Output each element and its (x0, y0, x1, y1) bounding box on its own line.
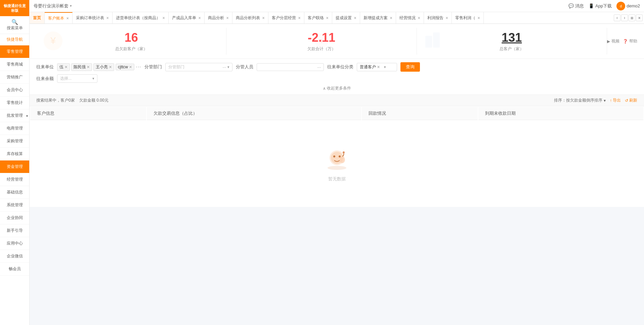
staff-more-icon: ··· (317, 65, 321, 70)
sidebar-item-retail-stats[interactable]: 零售统计 (0, 97, 29, 109)
user-profile[interactable]: d demo2 (616, 2, 640, 10)
sidebar-item-member[interactable]: 会员中心 (0, 84, 29, 97)
filter-more-btn[interactable]: ··· (136, 64, 141, 70)
tab-close-icon[interactable]: ✕ (445, 16, 448, 20)
tab-production-entry[interactable]: 产成品入库单 ✕ (169, 12, 205, 24)
tab-close-icon[interactable]: ✕ (390, 16, 392, 20)
sidebar-retailmall-label: 零售商城 (2, 62, 27, 67)
query-button[interactable]: 查询 (400, 62, 420, 72)
refresh-btn[interactable]: ↺ 刷新 (625, 98, 637, 103)
stat-icon-2: ✦ (311, 31, 332, 52)
tag-close-chen[interactable]: ✕ (87, 65, 90, 69)
unit-class-close[interactable]: ✕ (377, 65, 380, 69)
tab-close-icon[interactable]: ✕ (226, 16, 229, 20)
sidebar-system-label: 系统管理 (2, 202, 27, 208)
sidebar-item-wholesale[interactable]: 批发管理 (0, 109, 29, 122)
filter-tag-wang[interactable]: 王小亮 ✕ (93, 63, 114, 71)
collapse-label: 收起更多条件 (327, 85, 351, 91)
unit-class-selector[interactable]: 普通客户 ✕ ▾ (357, 63, 397, 71)
dept-selector[interactable]: 分管部门 ··· ▾ (165, 63, 232, 71)
tab-operations-label: 经营情况 (399, 15, 416, 21)
tab-new-achievement[interactable]: 新增提成方案 ✕ (360, 12, 396, 24)
sidebar-item-wechat[interactable]: 企业微信 (0, 250, 29, 263)
tab-expand-btn[interactable]: ⊞ (629, 14, 635, 21)
sidebar-enterprise-label: 企业协同 (2, 215, 27, 221)
tab-product-analysis-list[interactable]: 商品分析列表 ✕ (232, 12, 268, 24)
export-btn[interactable]: ↑ 导出 (610, 98, 621, 103)
tab-close-icon[interactable]: ✕ (262, 16, 265, 20)
store-selector[interactable]: 母婴行业演示帐套 ▾ (34, 3, 72, 9)
sidebar-item-ecommerce[interactable]: 电商管理 (0, 122, 29, 135)
sidebar-operations-label: 经营管理 (2, 177, 27, 182)
messages-btn[interactable]: 💬 消息 (568, 3, 584, 9)
tab-purchase-stats[interactable]: 进货单统计表（按商品） ✕ (113, 12, 169, 24)
sidebar-item-finance[interactable]: 资金管理 (0, 160, 29, 173)
sidebar-item-fast-nav[interactable]: 快捷导航 (0, 34, 29, 45)
app-download-btn[interactable]: 📱 App下载 (589, 3, 612, 9)
sidebar-item-search[interactable]: 🔍 搜索菜单 (0, 16, 29, 34)
tab-prompt-settings[interactable]: 提成设置 ✕ (332, 12, 360, 24)
tab-close-icon[interactable]: ✕ (298, 16, 301, 20)
phone-icon: 📱 (589, 3, 594, 8)
tab-customer-account[interactable]: 客户账本 ✕ (45, 12, 73, 24)
col-debt-info: 欠款交易信息（占比） (147, 107, 361, 120)
filter-tag-cjttcw[interactable]: cjttcw ✕ (116, 64, 134, 70)
tab-product-analysis[interactable]: 商品分析 ✕ (205, 12, 232, 24)
sidebar-item-purchase[interactable]: 采购管理 (0, 135, 29, 148)
unit-filter-tags: 伍 ✕ 陈民强 ✕ 王小亮 ✕ cjttcw ✕ ··· (57, 63, 141, 71)
filter-tag-chen[interactable]: 陈民强 ✕ (71, 63, 92, 71)
tab-close-icon[interactable]: ✕ (66, 16, 69, 20)
sidebar-item-enterprise[interactable]: 企业协同 (0, 212, 29, 224)
sidebar-item-app-center[interactable]: 应用中心 (0, 237, 29, 250)
sidebar-item-vip[interactable]: 畅会员 (0, 263, 29, 276)
sidebar-item-new-guide[interactable]: 新手引导 (0, 224, 29, 237)
store-name: 母婴行业演示帐套 (34, 3, 69, 9)
sidebar-retailmgmt-label: 零售管理 (2, 49, 27, 55)
collapse-filter-btn[interactable]: ∧ 收起更多条件 (323, 85, 351, 91)
tab-close-icon[interactable]: ✕ (418, 16, 420, 20)
tab-close-icon[interactable]: ✕ (198, 16, 201, 20)
tab-customer-contact[interactable]: 客户联络 ✕ (304, 12, 332, 24)
sidebar-item-marketing[interactable]: 营销推广 (0, 71, 29, 84)
video-btn[interactable]: ▶ 视频 (607, 38, 619, 44)
tab-close-icon[interactable]: ✕ (477, 16, 480, 20)
sidebar-item-retail-mgmt[interactable]: 零售管理 (0, 45, 29, 58)
tab-close-icon[interactable]: ✕ (354, 16, 356, 20)
svg-point-10 (339, 155, 341, 157)
tab-close-all-btn[interactable]: ✕ (636, 14, 643, 21)
tab-prev-btn[interactable]: ‹ (614, 14, 620, 21)
help-btn[interactable]: ❓ 帮助 (623, 38, 637, 44)
tab-close-icon[interactable]: ✕ (106, 16, 109, 20)
sort-arrow-icon: ▾ (604, 98, 606, 103)
tab-profit-report[interactable]: 利润报告 ✕ (424, 12, 452, 24)
refresh-icon: ↺ (625, 98, 628, 103)
topbar-left: 母婴行业演示帐套 ▾ (34, 3, 72, 9)
sidebar-item-system[interactable]: 系统管理 (0, 199, 29, 212)
tab-purchase-order[interactable]: 采购订单统计表 ✕ (73, 12, 113, 24)
sidebar-item-base-info[interactable]: 基础信息 (0, 186, 29, 199)
video-icon: ▶ (607, 39, 610, 44)
sidebar-item-inventory[interactable]: 库存核算 (0, 148, 29, 160)
tag-close-wu[interactable]: ✕ (65, 65, 68, 69)
stat-block-amount: ✦ -2.11 欠款合计（万） (226, 28, 417, 55)
sidebar-item-retail-mall[interactable]: 零售商城 (0, 58, 29, 71)
col-repayment: 回款情况 (362, 107, 478, 120)
avatar: d (616, 2, 625, 10)
tab-close-icon[interactable]: ✕ (326, 16, 329, 20)
unit-class-tag: 普通客户 ✕ (360, 64, 380, 70)
tab-operations[interactable]: 经营情况 ✕ (396, 12, 424, 24)
tab-customer-segment[interactable]: 客户分层经营 ✕ (268, 12, 304, 24)
stats-row: ¥ 16 总欠款客户（家） ✦ -2.11 欠款合计（万） (30, 24, 644, 59)
tab-next-btn[interactable]: › (621, 14, 628, 21)
balance-selector[interactable]: 选择... ▾ (57, 74, 97, 83)
filter-tag-wu[interactable]: 伍 ✕ (57, 63, 70, 71)
tag-close-wang[interactable]: ✕ (109, 65, 112, 69)
tab-retail-profit[interactable]: 零售利润（ ✕ (452, 12, 484, 24)
tab-home[interactable]: 首页 (30, 12, 45, 24)
tab-close-icon[interactable]: ✕ (162, 16, 165, 20)
tag-close-cjttcw[interactable]: ✕ (129, 65, 132, 69)
staff-selector[interactable]: ··· (257, 63, 324, 71)
sidebar-item-operations[interactable]: 经营管理 (0, 173, 29, 186)
tab-prompt-settings-label: 提成设置 (336, 15, 352, 21)
sort-selector[interactable]: 排序：按欠款金额倒序排序 ▾ (554, 98, 606, 103)
